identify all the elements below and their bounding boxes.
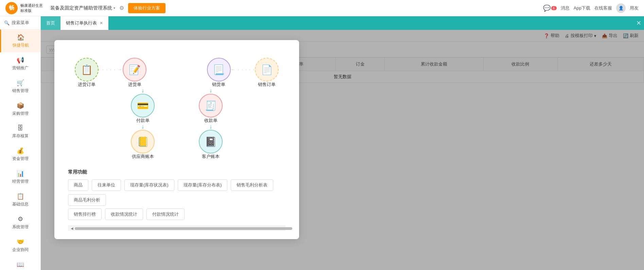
func-btn-sales-rank[interactable]: 销售排行榜	[68, 209, 102, 220]
tab-sales-order[interactable]: 销售订单执行表 ✕	[60, 16, 108, 30]
sidebar-item-purchase[interactable]: 📦 采购管理	[0, 98, 40, 121]
sales-bill-label: 销货单	[212, 82, 225, 88]
purchase-order-icon: 📋	[75, 58, 99, 82]
sidebar-item-inventory[interactable]: 🗄 库存核算	[0, 121, 40, 143]
system-label: 系统管理	[12, 224, 29, 230]
message-icon[interactable]: 💬 6	[543, 4, 557, 12]
func-btn-row-2: 销售排行榜 收款情况统计 付款情况统计	[68, 209, 285, 220]
sidebar: 🔍 搜索菜单 🏠 快捷导航 📢 营销推广 🛒 销售管理 📦 采购管理 🗄	[0, 16, 41, 270]
func-btn-partner[interactable]: 往来单位	[92, 179, 121, 191]
flow-node-purchase-bill[interactable]: 📝 进货单	[123, 58, 146, 88]
scroll-track[interactable]	[75, 227, 279, 230]
common-func-title: 常用功能	[68, 169, 285, 175]
inventory-label: 库存核算	[12, 133, 29, 139]
sidebar-item-quick-nav[interactable]: 🏠 快捷导航	[0, 30, 40, 52]
supplier-ledger-label: 供应商账本	[132, 154, 154, 160]
dropdown-arrow-icon: ▾	[114, 6, 115, 10]
enterprise-icon: 🤝	[17, 238, 24, 246]
payment-bill-label: 付款单	[136, 118, 150, 124]
app-download[interactable]: App下载	[574, 5, 590, 11]
tab-close-icon[interactable]: ✕	[100, 21, 103, 25]
window-close-icon[interactable]: ✕	[636, 19, 641, 27]
scroll-bar-area: ◀ ▶	[68, 226, 285, 231]
func-btn-stock-status[interactable]: 现存量(库存状况表)	[124, 179, 174, 191]
purchase-icon: 📦	[17, 102, 24, 109]
search-menu[interactable]: 🔍 搜索菜单	[0, 16, 40, 30]
func-btn-row-1: 商品 往来单位 现存量(库存状况表) 现存量(库存分布表) 销售毛利分析表 商品…	[68, 179, 285, 206]
user-avatar[interactable]: 👤	[616, 3, 626, 13]
enterprise-label: 企业协同	[12, 247, 29, 253]
finance-label: 资金管理	[12, 156, 29, 162]
inventory-icon: 🗄	[17, 125, 23, 132]
func-btn-stock-dist[interactable]: 现存量(库存分布表)	[178, 179, 228, 191]
func-btn-product[interactable]: 商品	[68, 179, 88, 191]
basic-label: 基础信息	[12, 201, 29, 207]
flow-node-payment-bill[interactable]: 💳 付款单	[131, 94, 155, 124]
flow-node-sales-bill[interactable]: 📃 销货单	[207, 58, 231, 88]
func-btn-receipt-stats[interactable]: 收款情况统计	[105, 209, 143, 220]
online-service[interactable]: 在线客服	[594, 5, 612, 11]
marketing-icon: 📢	[17, 56, 24, 64]
basic-icon: 📋	[17, 193, 24, 200]
experience-btn[interactable]: 体验行业方案	[128, 3, 166, 13]
message-badge: 6	[551, 6, 557, 10]
sidebar-item-finance[interactable]: 💰 资金管理	[0, 143, 40, 166]
tab-home[interactable]: 首页	[41, 16, 60, 30]
quick-nav-icon: 🏠	[17, 34, 24, 41]
logo-text: 畅康通好生意标准版	[20, 3, 43, 13]
system-title-dropdown[interactable]: 装备及固定资产辅助管理系统 ▾	[50, 5, 115, 11]
flow-node-receipt-bill[interactable]: 🧾 收款单	[199, 94, 223, 124]
username: 用友	[630, 5, 639, 11]
func-btn-sales-gross[interactable]: 销售毛利分析表	[231, 179, 273, 191]
purchase-label: 采购管理	[12, 111, 29, 116]
guide-icon: 📖	[17, 261, 24, 268]
customer-ledger-label: 客户账本	[202, 154, 220, 160]
flow-section: 📋 进货订单 · · · · · →	[68, 51, 285, 166]
flow-node-customer-ledger[interactable]: 📓 客户账本	[199, 130, 223, 160]
sidebar-item-marketing[interactable]: 📢 营销推广	[0, 52, 40, 75]
home-tab-label: 首页	[46, 20, 55, 26]
sidebar-item-sales[interactable]: 🛒 销售管理	[0, 75, 40, 98]
logo-area: 畅 畅康通好生意标准版	[5, 2, 46, 14]
finance-icon: 💰	[17, 147, 24, 155]
sidebar-item-system[interactable]: ⚙ 系统管理	[0, 211, 40, 234]
supplier-ledger-icon: 📒	[131, 130, 155, 154]
sidebar-item-guide[interactable]: 📖 新手引导	[0, 257, 40, 270]
operations-icon: 📊	[17, 170, 24, 177]
purchase-bill-label: 进货单	[128, 82, 141, 88]
scroll-left-icon[interactable]: ◀	[69, 227, 75, 230]
sales-order-tab-label: 销售订单执行表	[66, 20, 97, 26]
message-label[interactable]: 消息	[561, 5, 570, 11]
modal-overlay[interactable]: 📋 进货订单 · · · · · →	[41, 30, 644, 270]
search-icon: 🔍	[4, 20, 10, 25]
system-icon: ⚙	[18, 215, 23, 223]
operations-label: 经营管理	[12, 179, 29, 184]
purchase-order-label: 进货订单	[78, 82, 95, 88]
sidebar-item-enterprise[interactable]: 🤝 企业协同	[0, 234, 40, 257]
common-functions: 常用功能 商品 往来单位 现存量(库存状况表) 现存量(库存分布表) 销售毛利分…	[68, 169, 285, 220]
modal-box: 📋 进货订单 · · · · · →	[54, 40, 299, 239]
quick-nav-label: 快捷导航	[13, 42, 29, 48]
gear-icon[interactable]: ⚙	[119, 5, 124, 11]
main-content: 首页 销售订单执行表 ✕ ✕ ❓ 帮助	[41, 16, 644, 270]
purchase-bill-icon: 📝	[123, 58, 146, 82]
scroll-thumb	[75, 227, 292, 230]
sales-order-icon: 📄	[255, 58, 279, 82]
sales-bill-icon: 📃	[207, 58, 231, 82]
func-btn-product-gross[interactable]: 商品毛利分析	[68, 194, 106, 206]
flow-node-purchase-order[interactable]: 📋 进货订单	[75, 58, 99, 88]
receipt-bill-icon: 🧾	[199, 94, 223, 118]
marketing-label: 营销推广	[12, 65, 29, 71]
logo-icon: 畅	[5, 2, 18, 14]
tab-bar: 首页 销售订单执行表 ✕ ✕	[41, 16, 644, 30]
sales-label: 销售管理	[12, 88, 29, 94]
customer-ledger-icon: 📓	[199, 130, 223, 154]
payment-bill-icon: 💳	[131, 94, 155, 118]
func-btn-payment-stats[interactable]: 付款情况统计	[146, 209, 185, 220]
sidebar-item-basic[interactable]: 📋 基础信息	[0, 188, 40, 211]
flow-node-supplier-ledger[interactable]: 📒 供应商账本	[131, 130, 155, 160]
search-label: 搜索菜单	[12, 20, 29, 26]
sales-icon: 🛒	[17, 79, 24, 87]
sidebar-item-operations[interactable]: 📊 经营管理	[0, 166, 40, 188]
flow-node-sales-order[interactable]: 📄 销售订单	[255, 58, 279, 88]
